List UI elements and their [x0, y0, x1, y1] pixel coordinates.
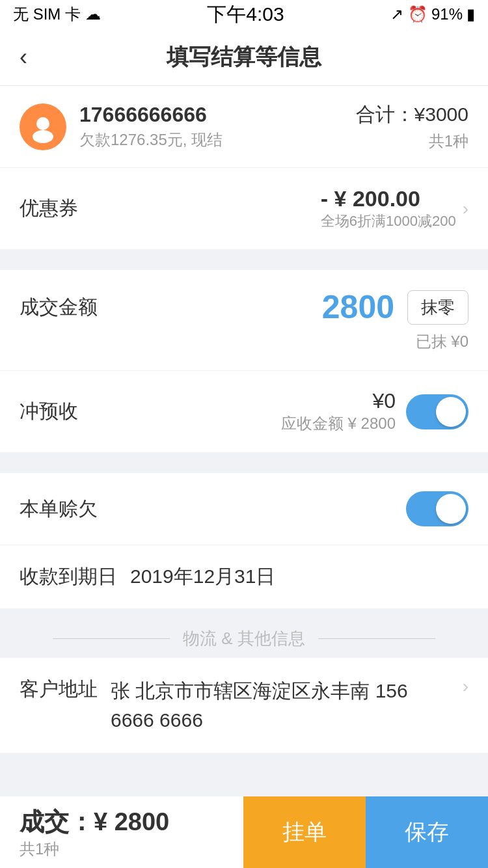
debt-toggle-knob — [436, 494, 466, 524]
prepaid-right: ¥0 应收金额 ¥ 2800 — [281, 389, 468, 434]
bottom-summary: 成交：¥ 2800 共1种 — [0, 806, 243, 860]
total-count: 共1种 — [356, 131, 468, 152]
due-date-label: 收款到期日 — [20, 563, 117, 590]
amount-right: 2800 抹零 — [322, 288, 468, 326]
address-chevron-icon: › — [463, 676, 468, 697]
nav-bar: ‹ 填写结算等信息 — [0, 29, 488, 86]
logistics-label: 物流 & 其他信息 — [53, 627, 435, 650]
debt-label: 本单赊欠 — [20, 496, 98, 522]
amount-row: 成交金额 2800 抹零 — [20, 288, 468, 326]
user-total: 合计：¥3000 共1种 — [356, 102, 468, 152]
bottom-bar: 成交：¥ 2800 共1种 挂单 保存 — [0, 796, 488, 868]
toggle-knob — [436, 397, 466, 427]
deal-value: 2800 — [322, 288, 394, 326]
address-section[interactable]: 客户地址 张 北京市市辖区海淀区永丰南 156 6666 6666 › — [0, 658, 488, 753]
deal-amount: ¥ 2800 — [94, 808, 169, 835]
prepaid-label: 冲预收 — [20, 398, 78, 425]
status-bar: 无 SIM 卡 ☁ 下午4:03 ↗ ⏰ 91% ▮ — [0, 0, 488, 29]
coupon-right: - ¥ 200.00 全场6折满1000减200 › — [321, 186, 468, 231]
status-time: 下午4:03 — [207, 1, 284, 28]
receivable-amount: 应收金额 ¥ 2800 — [281, 413, 396, 434]
amount-section: 成交金额 2800 抹零 已抹 ¥0 — [0, 270, 488, 370]
address-label: 客户地址 — [20, 676, 98, 703]
svg-point-0 — [36, 117, 49, 130]
sim-status: 无 SIM 卡 ☁ — [13, 4, 101, 25]
user-phone: 17666666666 — [79, 103, 223, 127]
prepaid-toggle[interactable] — [406, 394, 468, 429]
svg-point-1 — [33, 130, 53, 143]
prepaid-amount: ¥0 — [281, 389, 396, 413]
debt-section: 本单赊欠 — [0, 473, 488, 545]
coupon-label: 优惠券 — [20, 195, 78, 222]
status-left: 无 SIM 卡 ☁ — [13, 4, 101, 25]
due-date-value: 2019年12月31日 — [130, 563, 275, 590]
avatar — [20, 103, 66, 150]
coupon-desc: 全场6折满1000减200 — [321, 211, 456, 231]
user-debt: 欠款1276.35元, 现结 — [79, 129, 223, 150]
address-value: 张 北京市市辖区海淀区永丰南 156 6666 6666 — [111, 676, 450, 735]
user-info: 17666666666 欠款1276.35元, 现结 — [79, 103, 223, 150]
page-title: 填写结算等信息 — [167, 42, 321, 72]
total-amount: 合计：¥3000 — [356, 102, 468, 128]
deal-prefix: 成交： — [20, 808, 94, 835]
main-content: 17666666666 欠款1276.35元, 现结 合计：¥3000 共1种 … — [0, 86, 488, 868]
bottom-deal-label: 成交：¥ 2800 — [20, 806, 224, 839]
back-button[interactable]: ‹ — [20, 44, 27, 71]
prepaid-row: 冲预收 ¥0 应收金额 ¥ 2800 — [20, 389, 468, 434]
bottom-count: 共1种 — [20, 839, 224, 860]
debt-toggle[interactable] — [406, 491, 468, 526]
save-button[interactable]: 保存 — [366, 796, 488, 868]
due-date-section: 收款到期日 2019年12月31日 — [0, 545, 488, 608]
coupon-amount: - ¥ 200.00 — [321, 186, 456, 211]
user-left: 17666666666 欠款1276.35元, 现结 — [20, 103, 223, 150]
hang-button[interactable]: 挂单 — [243, 796, 366, 868]
separator-1 — [0, 260, 488, 270]
logistics-divider: 物流 & 其他信息 — [0, 619, 488, 658]
amount-label: 成交金额 — [20, 294, 98, 321]
prepaid-section: 冲预收 ¥0 应收金额 ¥ 2800 — [0, 370, 488, 452]
battery-icon: ↗ ⏰ — [390, 5, 427, 23]
separator-2 — [0, 452, 488, 463]
user-row: 17666666666 欠款1276.35元, 现结 合计：¥3000 共1种 — [0, 86, 488, 167]
battery-bar: ▮ — [467, 5, 475, 23]
status-right: ↗ ⏰ 91% ▮ — [390, 5, 475, 23]
round-button[interactable]: 抹零 — [407, 290, 468, 325]
user-card: 17666666666 欠款1276.35元, 现结 合计：¥3000 共1种 … — [0, 86, 488, 249]
coupon-row[interactable]: 优惠券 - ¥ 200.00 全场6折满1000减200 › — [0, 167, 488, 249]
chevron-right-icon: › — [463, 198, 468, 219]
already-rounded: 已抹 ¥0 — [20, 331, 468, 352]
battery-level: 91% — [431, 5, 463, 23]
